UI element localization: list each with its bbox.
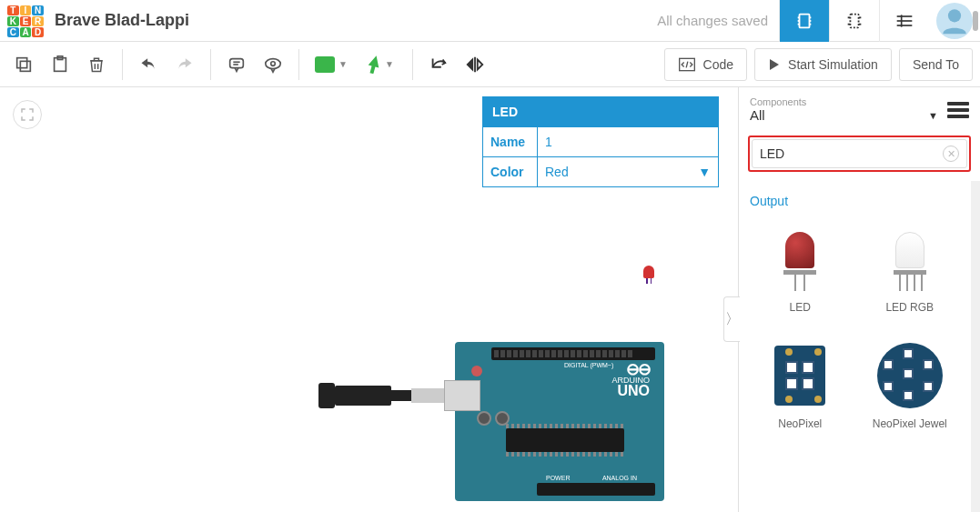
main-area: LED Name Color Red ▼ [0,87,980,512]
toggle-annotations-button[interactable] [257,48,289,81]
list-view-toggle[interactable] [947,99,969,121]
scrollbar-track[interactable] [971,181,980,512]
component-item-neopixel-jewel[interactable]: NeoPixel Jewel [860,334,961,436]
undo-button[interactable] [132,48,165,81]
component-label: LED [790,301,811,314]
caret-down-icon: ▼ [698,165,711,179]
svg-line-30 [686,61,688,67]
delete-button[interactable] [80,48,113,81]
svg-rect-23 [230,58,244,67]
prop-color-value: Red [545,165,569,179]
view-bom-button[interactable] [879,0,929,42]
component-label: LED RGB [885,301,934,314]
component-item-neopixel[interactable]: NeoPixel [750,334,851,436]
dropdown-value: All [750,107,765,123]
svg-point-16 [948,9,961,22]
components-category-dropdown[interactable]: Components All▼ [750,96,938,123]
section-title-output: Output [750,194,960,208]
svg-rect-0 [800,14,810,27]
svg-rect-18 [17,57,27,67]
svg-rect-17 [20,61,30,71]
save-status: All changes saved [657,13,768,28]
caret-down-icon: ▼ [928,110,938,121]
caret-down-icon: ▼ [338,59,348,69]
sendto-label: Send To [913,57,959,72]
color-swatch-icon [315,56,335,73]
code-label: Code [703,57,733,72]
rotate-button[interactable] [422,48,455,81]
property-panel-title: LED [483,97,718,126]
svg-point-27 [271,61,276,65]
search-highlight: ✕ [748,136,971,172]
component-label: NeoPixel [778,417,822,430]
wire-color-button[interactable]: ▼ [308,48,354,81]
top-bar: TIN KER CAD Brave Blad-Lappi All changes… [0,0,980,42]
prop-color-select[interactable]: Red ▼ [538,157,718,186]
code-icon [678,56,696,73]
canvas-component-led[interactable] [643,266,654,284]
tinkercad-logo[interactable]: TIN KER CAD [7,5,44,36]
mirror-button[interactable] [459,48,491,81]
svg-rect-7 [850,14,858,27]
prop-name-label: Name [483,127,538,156]
prop-name-input[interactable] [538,127,718,156]
components-panel: Components All▼ ✕ Output LED LED RGB [738,87,980,512]
zoom-to-fit-button[interactable] [13,100,42,129]
toolbar: ▼ ▼ Code Start Simulation Send To [0,42,980,87]
code-button[interactable]: Code [664,48,747,81]
clear-search-button[interactable]: ✕ [943,146,959,162]
component-item-led-rgb[interactable]: LED RGB [860,217,961,319]
canvas[interactable]: LED Name Color Red ▼ [0,87,738,512]
user-avatar[interactable] [936,3,973,39]
property-panel: LED Name Color Red ▼ [482,96,719,187]
dropdown-label: Components [750,96,938,107]
prop-color-label: Color [483,157,538,186]
play-icon [768,58,781,71]
annotation-button[interactable] [220,48,253,81]
caret-down-icon: ▼ [385,59,394,69]
send-to-button[interactable]: Send To [899,48,973,81]
redo-button[interactable] [168,48,201,81]
component-label: NeoPixel Jewel [873,417,947,430]
wire-type-button[interactable]: ▼ [358,48,403,81]
component-item-led[interactable]: LED [750,217,851,319]
view-schematic-button[interactable] [829,0,879,42]
canvas-component-arduino[interactable]: DIGITAL (PWM~) ⊖⊖ARDUINOUNO POWER ANALOG… [455,342,664,501]
svg-point-26 [266,58,281,68]
start-simulation-button[interactable]: Start Simulation [754,48,892,81]
view-circuit-button[interactable] [779,0,829,42]
project-name[interactable]: Brave Blad-Lappi [55,11,189,30]
paste-button[interactable] [44,48,76,81]
simulate-label: Start Simulation [788,57,878,72]
collapse-sidepanel-handle[interactable]: 〉 [723,296,740,342]
components-search-input[interactable] [760,146,943,161]
copy-button[interactable] [7,48,40,81]
